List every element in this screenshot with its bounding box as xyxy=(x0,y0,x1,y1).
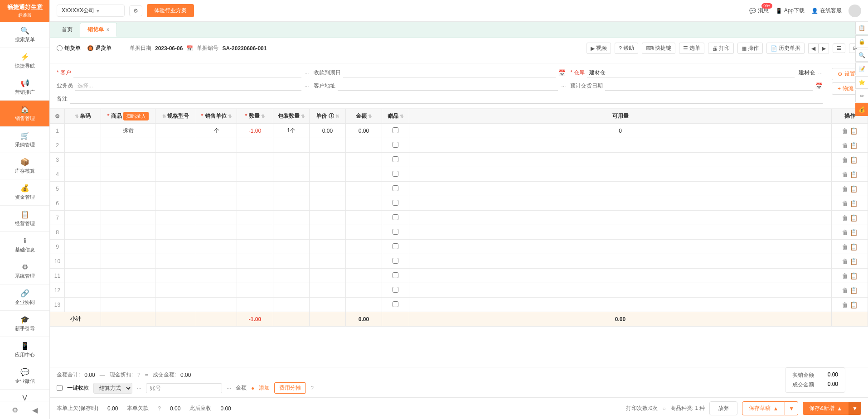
cell-unit-10[interactable] xyxy=(196,269,237,283)
gift-checkbox-2[interactable] xyxy=(393,156,398,162)
cell-barcode-1[interactable] xyxy=(65,138,101,153)
shortcut-btn[interactable]: ⌨ 快捷键 xyxy=(642,43,675,54)
cell-spec-2[interactable] xyxy=(155,153,196,167)
save-new-button[interactable]: 保存&新增 ▲ xyxy=(803,402,849,415)
cell-gift-0[interactable] xyxy=(382,124,409,138)
video-btn[interactable]: ▶ 视频 xyxy=(587,43,611,54)
delete-icon-8[interactable]: 🗑 xyxy=(842,243,848,250)
cell-amount-0[interactable]: 0.00 xyxy=(346,124,382,138)
th-gear[interactable]: ⚙ xyxy=(50,109,65,124)
expected-date-input[interactable] xyxy=(605,81,813,91)
gift-checkbox-3[interactable] xyxy=(393,171,398,177)
copy-icon-3[interactable]: 📋 xyxy=(850,171,858,178)
cell-gift-8[interactable] xyxy=(382,240,409,254)
cell-barcode-6[interactable] xyxy=(65,211,101,225)
view-toggle-list[interactable]: ☰ xyxy=(833,43,845,53)
radio-sales-order-input[interactable] xyxy=(57,45,63,51)
expected-date-calendar-icon[interactable]: 📅 xyxy=(815,82,823,90)
payment-method-select[interactable]: 结算方式 xyxy=(93,383,132,394)
cell-unit-11[interactable] xyxy=(196,283,237,298)
cell-barcode-11[interactable] xyxy=(65,283,101,298)
cell-price-6[interactable] xyxy=(310,211,346,225)
delete-icon-7[interactable]: 🗑 xyxy=(842,229,848,236)
fee-split-btn[interactable]: 费用分摊 xyxy=(274,382,306,394)
cell-spec-10[interactable] xyxy=(155,269,196,283)
cell-qty-8[interactable] xyxy=(237,240,273,254)
cell-spec-9[interactable] xyxy=(155,254,196,269)
cell-unit-12[interactable] xyxy=(196,298,237,312)
cell-gift-2[interactable] xyxy=(382,153,409,167)
cell-amount-7[interactable] xyxy=(346,225,382,240)
radio-return-order[interactable]: 退货单 xyxy=(87,44,112,52)
cell-barcode-7[interactable] xyxy=(65,225,101,240)
calendar-icon[interactable]: 📅 xyxy=(186,45,193,52)
cell-product-9[interactable] xyxy=(101,254,155,269)
copy-icon-2[interactable]: 📋 xyxy=(850,156,858,164)
cell-barcode-10[interactable] xyxy=(65,269,101,283)
delete-icon-10[interactable]: 🗑 xyxy=(842,272,848,279)
gift-checkbox-4[interactable] xyxy=(393,185,398,191)
cell-pkg-7[interactable] xyxy=(273,225,310,240)
right-float-btn-6[interactable]: ✏ xyxy=(855,90,868,102)
cell-amount-3[interactable] xyxy=(346,167,382,182)
trial-button[interactable]: 体验行业方案 xyxy=(147,4,194,17)
cell-amount-10[interactable] xyxy=(346,269,382,283)
cell-amount-9[interactable] xyxy=(346,254,382,269)
right-float-btn-3[interactable]: 🔍 xyxy=(855,49,868,62)
tab-close-icon[interactable]: × xyxy=(107,27,109,32)
cell-gift-7[interactable] xyxy=(382,225,409,240)
right-float-btn-1[interactable]: 📋 xyxy=(855,22,868,34)
cell-pkg-4[interactable] xyxy=(273,182,310,196)
delete-icon-5[interactable]: 🗑 xyxy=(842,200,848,207)
cell-amount-1[interactable] xyxy=(346,138,382,153)
discount-help-icon[interactable]: ? xyxy=(137,372,141,378)
cell-spec-0[interactable] xyxy=(155,124,196,138)
cell-price-7[interactable] xyxy=(310,225,346,240)
cell-product-3[interactable] xyxy=(101,167,155,182)
cell-spec-12[interactable] xyxy=(155,298,196,312)
cell-product-7[interactable] xyxy=(101,225,155,240)
app-download-button[interactable]: 📱 App下载 xyxy=(776,7,805,14)
cell-unit-1[interactable] xyxy=(196,138,237,153)
delete-icon-9[interactable]: 🗑 xyxy=(842,258,848,265)
delete-icon-0[interactable]: 🗑 xyxy=(842,127,848,135)
next-btn[interactable]: ▶ xyxy=(819,43,829,53)
warehouse-input[interactable] xyxy=(587,68,795,77)
right-float-btn-2[interactable]: 🔒 xyxy=(855,35,868,48)
cell-qty-9[interactable] xyxy=(237,254,273,269)
cell-gift-6[interactable] xyxy=(382,211,409,225)
copy-icon-6[interactable]: 📋 xyxy=(850,214,858,222)
cell-barcode-0[interactable] xyxy=(65,124,101,138)
cell-pkg-0[interactable]: 1个 xyxy=(273,124,310,138)
cell-spec-7[interactable] xyxy=(155,225,196,240)
cell-gift-10[interactable] xyxy=(382,269,409,283)
delete-icon-12[interactable]: 🗑 xyxy=(842,301,848,308)
gift-checkbox-8[interactable] xyxy=(393,243,398,249)
delete-icon-3[interactable]: 🗑 xyxy=(842,171,848,178)
cell-product-11[interactable] xyxy=(101,283,155,298)
memo-input[interactable] xyxy=(70,94,823,104)
cell-pkg-12[interactable] xyxy=(273,298,310,312)
cell-pkg-1[interactable] xyxy=(273,138,310,153)
right-float-btn-4[interactable]: 📝 xyxy=(855,63,868,75)
salesperson-expand-icon[interactable]: ··· xyxy=(305,83,309,89)
sidebar-item-purchase[interactable]: 🛒 采购管理 xyxy=(0,127,49,153)
copy-icon-4[interactable]: 📋 xyxy=(850,185,858,193)
gift-checkbox-10[interactable] xyxy=(393,272,398,278)
radio-sales-order[interactable]: 销货单 xyxy=(57,44,81,52)
select-order-btn[interactable]: ☰ 选单 xyxy=(679,43,704,54)
avatar[interactable] xyxy=(849,5,861,17)
cell-barcode-4[interactable] xyxy=(65,182,101,196)
scan-btn[interactable]: 扫码录入 xyxy=(123,112,149,120)
right-float-btn-5[interactable]: ⭐ xyxy=(855,76,868,89)
table-gear-icon[interactable]: ⚙ xyxy=(55,113,60,120)
cell-price-4[interactable] xyxy=(310,182,346,196)
delete-icon-2[interactable]: 🗑 xyxy=(842,156,848,164)
sidebar-item-wechat[interactable]: 💬 企业微信 xyxy=(0,363,49,390)
cell-product-10[interactable] xyxy=(101,269,155,283)
sidebar-item-sales[interactable]: 🏠 销售管理 xyxy=(0,101,49,127)
cell-qty-2[interactable] xyxy=(237,153,273,167)
cell-pkg-2[interactable] xyxy=(273,153,310,167)
operate-btn[interactable]: ▦ 操作 xyxy=(737,43,763,54)
cell-barcode-9[interactable] xyxy=(65,254,101,269)
